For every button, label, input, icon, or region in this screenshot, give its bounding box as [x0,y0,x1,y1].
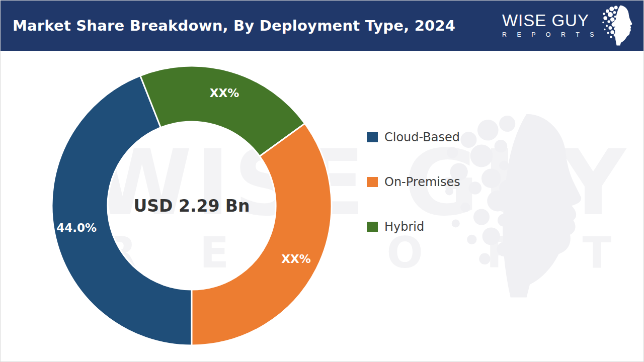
legend-label: Cloud-Based [384,131,460,143]
legend-swatch-hybrid [367,222,378,232]
chart-center-value: USD 2.29 Bn [134,196,250,216]
legend: Cloud-BasedOn-PremisesHybrid [367,130,460,234]
legend-item-hybrid: Hybrid [367,220,460,234]
wise-guy-logo: WISE GUY R E P O R T S [502,4,635,46]
header: Market Share Breakdown, By Deployment Ty… [1,1,643,51]
legend-item-cloud-based: Cloud-Based [367,130,460,144]
logo-text: WISE GUY R E P O R T S [502,12,598,38]
slice-label-hybrid: XX% [210,86,239,100]
legend-swatch-on-premises [367,177,378,187]
legend-item-on-premises: On-Premises [367,175,460,189]
logo-head-icon [599,4,635,46]
slice-label-cloud-based: 44.0% [56,221,97,234]
slice-label-on-premises: XX% [281,252,311,265]
donut-chart: 44.0%XX%XX% [1,51,644,362]
legend-swatch-cloud-based [367,132,378,142]
slice-on-premises [192,124,332,345]
logo-subtext: R E P O R T S [502,31,598,38]
chart-area: WISE GUY R E P O R T S 44.0%XX%XX% USD 2… [1,51,644,362]
legend-label: On-Premises [384,176,460,188]
legend-label: Hybrid [384,221,424,233]
page-title: Market Share Breakdown, By Deployment Ty… [13,17,455,34]
infographic: Market Share Breakdown, By Deployment Ty… [0,0,644,362]
logo-wordmark: WISE GUY [502,12,598,30]
